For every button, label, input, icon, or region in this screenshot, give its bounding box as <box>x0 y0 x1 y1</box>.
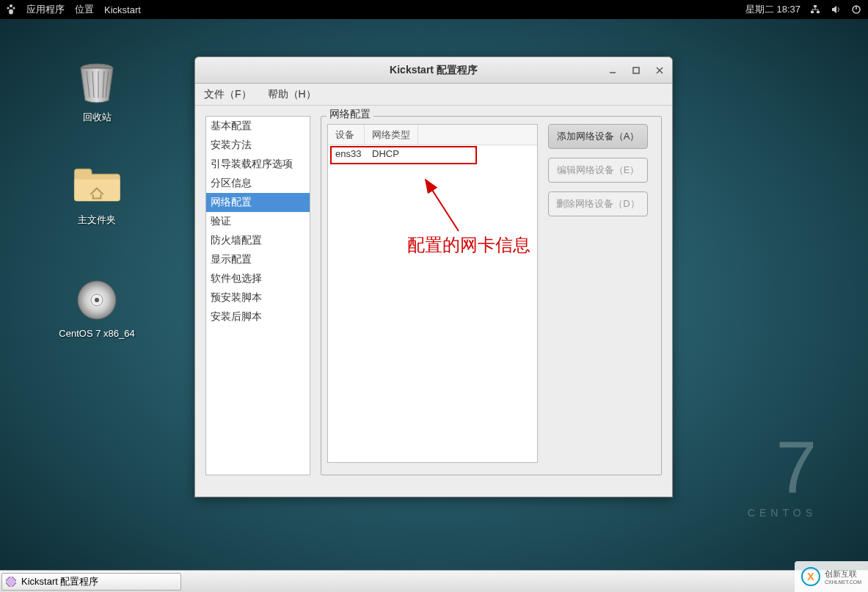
sidebar: 基本配置 安装方法 引导装载程序选项 分区信息 网络配置 验证 防火墙配置 显示… <box>205 116 310 475</box>
centos-version: 7 <box>748 431 817 504</box>
active-app[interactable]: Kickstart <box>104 4 141 15</box>
folder-home-icon <box>71 161 123 209</box>
centos-brand: 7 CENTOS <box>748 431 817 519</box>
desktop-icon-label: CentOS 7 x86_64 <box>53 328 141 339</box>
sidebar-item-auth[interactable]: 验证 <box>206 212 310 231</box>
svg-point-2 <box>13 7 15 10</box>
menu-applications[interactable]: 应用程序 <box>26 3 65 16</box>
network-fieldset: 设备 网络类型 ens33 DHCP 添加网络设备（A） 编辑网络设备（E） 删… <box>321 116 662 475</box>
taskbar: Kickstart 配置程序 <box>0 570 868 592</box>
menu-help[interactable]: 帮助（H） <box>263 85 321 104</box>
network-icon[interactable] <box>809 4 821 15</box>
annotation-highlight <box>330 146 477 164</box>
svg-point-3 <box>9 10 13 15</box>
th-device[interactable]: 设备 <box>328 125 365 145</box>
network-table[interactable]: 设备 网络类型 ens33 DHCP <box>327 124 538 463</box>
watermark-logo-icon: X <box>801 567 820 586</box>
top-panel: 应用程序 位置 Kickstart 星期二 18:37 <box>0 0 868 19</box>
sidebar-item-install[interactable]: 安装方法 <box>206 136 310 155</box>
menu-places[interactable]: 位置 <box>75 3 94 16</box>
menu-file[interactable]: 文件（F） <box>200 85 256 104</box>
desktop-icon-disc[interactable]: CentOS 7 x86_64 <box>53 276 141 339</box>
desktop-icon-home[interactable]: 主文件夹 <box>53 161 141 227</box>
add-network-button[interactable]: 添加网络设备（A） <box>548 124 648 149</box>
centos-name: CENTOS <box>748 507 817 519</box>
minimize-button[interactable] <box>605 62 621 78</box>
delete-network-button[interactable]: 删除网络设备（D） <box>548 191 648 216</box>
svg-point-1 <box>7 7 10 10</box>
th-type[interactable]: 网络类型 <box>365 125 418 145</box>
sidebar-item-partition[interactable]: 分区信息 <box>206 174 310 193</box>
svg-rect-24 <box>6 577 16 587</box>
titlebar[interactable]: Kickstart 配置程序 <box>195 57 672 84</box>
fieldset-title: 网络配置 <box>327 108 373 121</box>
menubar: 文件（F） 帮助（H） <box>195 84 672 106</box>
sidebar-item-network[interactable]: 网络配置 <box>206 193 310 212</box>
svg-rect-5 <box>811 11 814 13</box>
window-title: Kickstart 配置程序 <box>390 64 478 77</box>
edit-network-button[interactable]: 编辑网络设备（E） <box>548 158 648 183</box>
desktop-icon-label: 主文件夹 <box>53 213 141 227</box>
clock[interactable]: 星期二 18:37 <box>745 3 800 16</box>
sidebar-item-packages[interactable]: 软件包选择 <box>206 269 310 288</box>
kickstart-window: Kickstart 配置程序 文件（F） 帮助（H） 基本配置 安装方法 引导装… <box>194 56 673 497</box>
desktop-icon-trash[interactable]: 回收站 <box>53 59 141 124</box>
svg-point-0 <box>10 4 12 7</box>
svg-rect-19 <box>633 67 639 73</box>
power-icon[interactable] <box>850 4 862 15</box>
sidebar-item-bootloader[interactable]: 引导装载程序选项 <box>206 155 310 174</box>
sidebar-item-basic[interactable]: 基本配置 <box>206 117 310 136</box>
svg-rect-6 <box>817 11 820 13</box>
svg-point-17 <box>95 298 99 302</box>
desktop-icon-label: 回收站 <box>53 111 141 124</box>
gnome-foot-icon <box>6 4 16 15</box>
watermark: X 创新互联 CXHLNET.COM <box>795 561 868 592</box>
sidebar-item-preinstall[interactable]: 预安装脚本 <box>206 288 310 307</box>
annotation-text: 配置的网卡信息 <box>407 233 530 257</box>
volume-icon[interactable] <box>830 4 842 15</box>
close-button[interactable] <box>652 62 668 78</box>
maximize-button[interactable] <box>628 62 644 78</box>
disc-icon <box>71 276 123 324</box>
taskbar-label: Kickstart 配置程序 <box>21 575 98 588</box>
trash-icon <box>71 59 123 106</box>
watermark-line1: 创新互联 <box>825 569 861 580</box>
taskbar-app-button[interactable]: Kickstart 配置程序 <box>1 573 181 591</box>
watermark-line2: CXHLNET.COM <box>825 580 861 585</box>
kickstart-icon <box>5 576 17 588</box>
sidebar-item-firewall[interactable]: 防火墙配置 <box>206 231 310 250</box>
sidebar-item-postinstall[interactable]: 安装后脚本 <box>206 307 310 326</box>
svg-rect-4 <box>814 5 817 7</box>
sidebar-item-display[interactable]: 显示配置 <box>206 250 310 269</box>
